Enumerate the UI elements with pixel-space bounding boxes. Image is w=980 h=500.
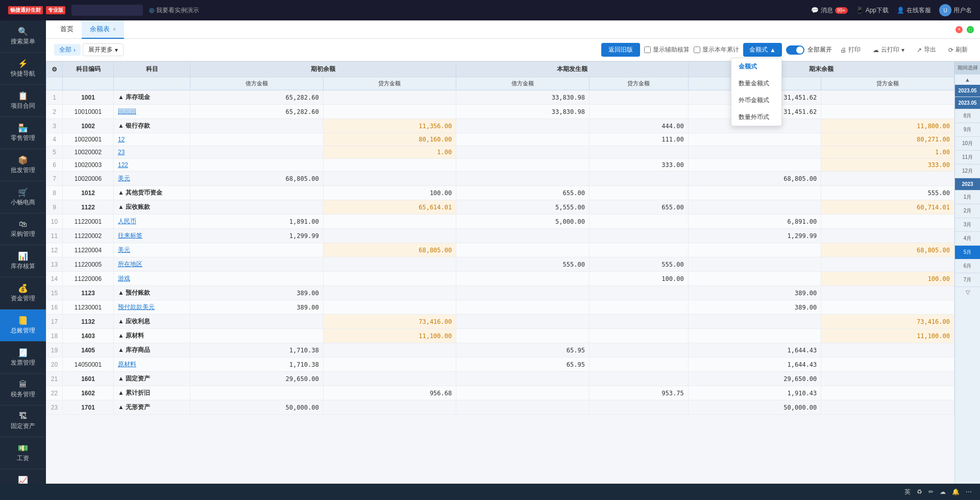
period-year-0[interactable]: 2023.05 [955, 85, 980, 97]
period-month-8[interactable]: 3月 [955, 218, 980, 232]
period-month-9[interactable]: 4月 [955, 232, 980, 246]
period-month-4[interactable]: 12月 [955, 164, 980, 178]
sidebar-item-4[interactable]: 📦批发管理 [0, 149, 46, 181]
row-num: 19 [46, 343, 63, 358]
year-checkbox-input[interactable] [694, 46, 700, 53]
sidebar-item-8[interactable]: 💰资金管理 [0, 277, 46, 309]
show-assist-checkbox[interactable]: 显示辅助核算 [644, 45, 690, 54]
sidebar-item-5[interactable]: 🛒小畅电商 [0, 181, 46, 213]
sidebar-label-1: 快捷导航 [4, 69, 42, 78]
settings-col-header[interactable]: ⚙ [46, 62, 63, 77]
refresh-btn[interactable]: ⟳ 刷新 [944, 43, 972, 56]
table-container[interactable]: ⚙ 科目编码 科目 期初余额 本期发生额 期末余额 借方金额 [46, 61, 954, 484]
message-btn[interactable]: 💬 消息 99+ [811, 6, 848, 15]
bottom-cloud-btn[interactable]: ☁ [940, 488, 946, 495]
user-avatar-btn[interactable]: U 用户名 [939, 4, 972, 16]
bottom-edit-btn[interactable]: ✏ [928, 488, 934, 495]
format-dropdown-btn[interactable]: 金额式 ▲ [743, 43, 782, 57]
period-month-2[interactable]: 10月 [955, 137, 980, 151]
row-name[interactable]: 人民币 [114, 215, 190, 229]
tab-close-btn[interactable]: × [113, 26, 116, 32]
app-download-btn[interactable]: 📱 App下载 [856, 6, 889, 15]
sidebar-item-3[interactable]: 🏪零售管理 [0, 117, 46, 149]
demo-link[interactable]: 我要看实例演示 [149, 6, 199, 15]
sidebar-item-1[interactable]: ⚡快捷导航 [0, 53, 46, 85]
print-icon: 🖨 [840, 46, 846, 54]
row-debit-init [190, 329, 324, 343]
bottom-bell-btn[interactable]: 🔔 [952, 488, 960, 495]
tab-balance[interactable]: 余额表 × [82, 20, 124, 39]
period-month-0[interactable]: 8月 [955, 109, 980, 123]
show-year-checkbox[interactable]: 显示本年累计 [694, 45, 739, 54]
sidebar-item-2[interactable]: 📋项目合同 [0, 85, 46, 117]
period-year-1[interactable]: 2023.05 [955, 97, 980, 109]
row-name[interactable]: 23 [114, 146, 190, 159]
sidebar-item-14[interactable]: 📈经营管理 [0, 469, 46, 484]
table-row: 4 10020001 12 80,160.00 111.00 80,271.00 [46, 133, 954, 146]
row-name[interactable]: 122 [114, 159, 190, 172]
period-month-10[interactable]: 5月 [955, 246, 980, 259]
period-nav-down[interactable]: ▽ [955, 287, 980, 298]
assist-checkbox-input[interactable] [644, 46, 651, 53]
period-nav-up[interactable]: ▲ [955, 75, 980, 85]
row-debit-init [190, 315, 324, 329]
period-month-1[interactable]: 9月 [955, 123, 980, 137]
period-panel: 期间选择 ▲ 2023.052023.058月9月10月11月12月20231月… [954, 61, 980, 484]
row-debit-end: 1,644.43 [688, 343, 821, 358]
dropdown-item-3[interactable]: 数量外币式 [731, 109, 781, 126]
print-btn[interactable]: 🖨 打印 [836, 43, 865, 56]
sidebar-item-7[interactable]: 📊库存核算 [0, 245, 46, 277]
sidebar-item-6[interactable]: 🛍采购管理 [0, 213, 46, 245]
row-num: 8 [46, 186, 63, 200]
window-max-btn[interactable]: □ [967, 26, 974, 33]
bottom-lang-btn[interactable]: 英 [904, 488, 911, 496]
online-service-btn[interactable]: 👤 在线客服 [897, 6, 931, 15]
back-old-btn[interactable]: 返回旧版 [601, 43, 640, 57]
sidebar-item-10[interactable]: 🧾发票管理 [0, 342, 46, 374]
sidebar-item-13[interactable]: 💵工资 [0, 437, 46, 469]
row-name[interactable]: 美元 [114, 172, 190, 186]
row-name[interactable]: 美元 [114, 243, 190, 257]
dropdown-item-0[interactable]: 金额式 [731, 58, 781, 75]
table-row: 6 10020003 122 333.00 333.00 [46, 159, 954, 172]
export-btn[interactable]: ↗ 导出 [913, 43, 940, 56]
row-name[interactable]: 往来标签 [114, 229, 190, 243]
search-input[interactable] [71, 5, 143, 16]
row-name[interactable]: 预付款款美元 [114, 300, 190, 315]
window-close-btn[interactable]: × [955, 26, 963, 33]
row-name[interactable]: 所在地区 [114, 257, 190, 272]
row-name[interactable]: 原材料 [114, 358, 190, 372]
period-month-7[interactable]: 2月 [955, 204, 980, 218]
period-month-11[interactable]: 6月 [955, 259, 980, 273]
dropdown-item-1[interactable]: 数量金额式 [731, 75, 781, 92]
dropdown-item-2[interactable]: 外币金额式 [731, 92, 781, 109]
sidebar-item-0[interactable]: 🔍搜索菜单 [0, 20, 46, 53]
cloud-print-btn[interactable]: ☁ 云打印 ▾ [869, 43, 909, 56]
row-credit-end: 11,100.00 [821, 329, 954, 343]
bottom-more-btn[interactable]: ⋯ [966, 488, 972, 495]
row-name[interactable]: 回回回 [114, 105, 190, 119]
period-month-3[interactable]: 11月 [955, 151, 980, 164]
refresh-icon: ⟳ [948, 46, 953, 54]
sidebar-item-12[interactable]: 🏗固定资产 [0, 406, 46, 437]
row-name[interactable]: 12 [114, 133, 190, 146]
row-code: 1001 [63, 90, 114, 105]
bottom-refresh-btn[interactable]: ♻ [917, 488, 922, 495]
row-name[interactable]: 游戏 [114, 272, 190, 286]
expand-more-btn[interactable]: 展开更多 ▾ [83, 43, 124, 56]
row-name: ▲ 应收利息 [114, 315, 190, 329]
breadcrumb-all-btn[interactable]: 全部 › [54, 44, 81, 56]
row-code: 10020003 [63, 159, 114, 172]
sidebar-item-9[interactable]: 📒总账管理 [0, 309, 46, 342]
sidebar-item-11[interactable]: 🏛税务管理 [0, 374, 46, 406]
period-month-6[interactable]: 1月 [955, 191, 980, 204]
toggle-switch[interactable] [786, 45, 804, 55]
sidebar-icon-13: 💵 [4, 443, 42, 453]
period-month-5[interactable]: 2023 [955, 178, 980, 191]
tab-home[interactable]: 首页 [52, 20, 82, 39]
period-month-12[interactable]: 7月 [955, 273, 980, 287]
row-debit-end [688, 257, 821, 272]
expand-all-toggle[interactable]: 全部展开 [786, 45, 832, 55]
sidebar-icon-8: 💰 [4, 283, 42, 293]
tab-balance-label: 余额表 [90, 25, 110, 34]
